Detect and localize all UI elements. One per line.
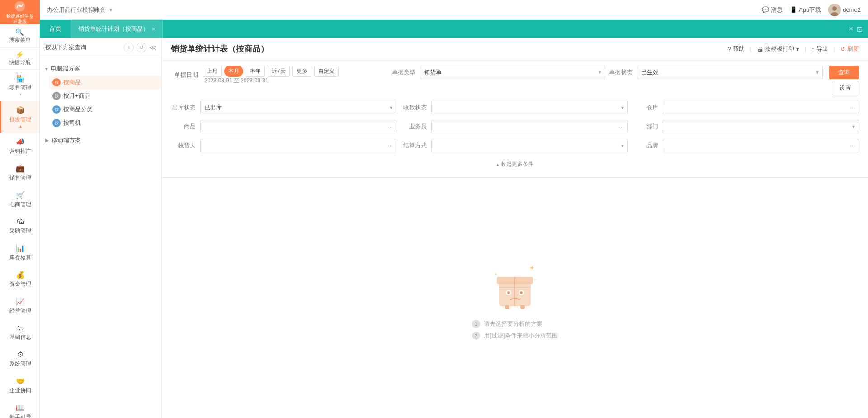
sep2: |: [805, 46, 806, 52]
sidebar-item-finance[interactable]: 💰 资金管理: [0, 266, 39, 293]
date-btn-custom[interactable]: 自定义: [314, 66, 339, 77]
date-label: 单据日期: [171, 71, 203, 79]
sidebar-item-guide[interactable]: 📖 新手引导: [0, 399, 39, 418]
add-scheme-btn[interactable]: +: [124, 43, 134, 52]
stock-status-arrow: ▾: [390, 104, 392, 111]
print-btn[interactable]: 🖨 按模板打印 ▾: [757, 45, 799, 53]
main-area: 办公用品行业模拟账套 ▾ 💬 消息 📱 App下载 de: [40, 0, 868, 418]
collapse-label: 收起更多条件: [501, 161, 533, 168]
sales-icon: 💼: [16, 164, 25, 173]
app-logo-text: 畅捷通好生意: [6, 14, 33, 19]
by-month-goods-label: 按月+商品: [63, 92, 90, 100]
left-panel-actions: + ↺ ≪: [124, 43, 156, 52]
refresh-label: 刷新: [847, 45, 859, 53]
by-driver-icon: 按: [52, 119, 61, 127]
salesman-input[interactable]: ···: [431, 120, 627, 133]
payment-status-select[interactable]: ▾: [431, 101, 627, 114]
export-btn[interactable]: ↑ 导出: [811, 45, 828, 53]
message-btn[interactable]: 💬 消息: [762, 6, 783, 14]
date-btn-7days[interactable]: 近7天: [268, 66, 290, 77]
svg-text:✦: ✦: [529, 264, 535, 271]
tab-active-label: 销货单统计计划（按商品）: [78, 25, 149, 33]
quick-nav[interactable]: ⚡ 快捷导航: [0, 48, 39, 70]
settlement-arrow: ▾: [621, 142, 624, 149]
marketing-icon: 📣: [16, 138, 25, 146]
refresh-scheme-btn[interactable]: ↺: [137, 43, 146, 52]
tab-maximize-btn[interactable]: ⊡: [857, 25, 863, 33]
help-btn[interactable]: ? 帮助: [728, 45, 745, 53]
tree-child-by-driver[interactable]: 按 按司机: [49, 116, 161, 130]
sidebar-item-purchase[interactable]: 🛍 采购管理: [0, 213, 39, 239]
bill-type-filter: 单据类型 销货单 ▾: [388, 66, 606, 79]
empty-state: ✦ ✧ ✦ 1 请先选择要分析的方: [162, 178, 868, 418]
tab-active[interactable]: 销货单统计计划（按商品） ×: [71, 20, 163, 38]
app-logo[interactable]: 畅捷通好生意 标准版: [0, 0, 40, 24]
help-label: 帮助: [733, 45, 745, 53]
warehouse-label: 仓库: [633, 104, 663, 112]
consignee-dots: ···: [388, 142, 392, 149]
department-arrow: ▾: [852, 124, 855, 130]
collapse-bar[interactable]: ▴ 收起更多条件: [171, 158, 859, 171]
date-btn-this-year[interactable]: 本年: [246, 66, 265, 77]
goods-input[interactable]: ···: [200, 120, 396, 133]
tab-bar: 首页 销货单统计计划（按商品） × × ⊡: [40, 20, 868, 38]
avatar: [828, 4, 841, 16]
date-btn-last-month[interactable]: 上月: [203, 66, 222, 77]
filter-row-4: 收货人 ··· 结算方式 ▾ 品牌: [171, 139, 859, 152]
message-label: 消息: [771, 6, 783, 14]
warehouse-input[interactable]: ···: [663, 101, 859, 114]
settings-btn[interactable]: 设置: [832, 81, 859, 95]
pc-group-toggle[interactable]: ▾ 电脑端方案: [40, 62, 161, 76]
ecommerce-icon: 🛒: [16, 191, 25, 200]
user-menu[interactable]: demo2: [828, 4, 861, 16]
collapse-panel-btn[interactable]: ≪: [149, 44, 156, 51]
query-btn[interactable]: 查询: [829, 66, 859, 79]
department-select[interactable]: ▾: [663, 120, 859, 133]
basic-label: 基础信息: [9, 333, 31, 341]
print-label: 按模板打印: [765, 45, 794, 53]
system-icon: ⚙: [17, 350, 24, 359]
sidebar-item-ecommerce[interactable]: 🛒 电商管理: [0, 186, 39, 213]
sidebar-item-inventory[interactable]: 📊 库存核算: [0, 239, 39, 266]
sidebar-item-marketing[interactable]: 📣 营销推广: [0, 133, 39, 160]
tab-close-btn[interactable]: ×: [151, 25, 155, 33]
export-icon: ↑: [811, 46, 815, 52]
date-btn-more[interactable]: 更多: [292, 66, 311, 77]
sidebar-item-wholesale[interactable]: 📦 批发管理 ▴: [0, 101, 39, 133]
user-name: demo2: [843, 6, 861, 13]
mobile-group-toggle[interactable]: ▶ 移动端方案: [40, 133, 161, 147]
breadcrumb-dropdown-icon[interactable]: ▾: [109, 6, 113, 13]
by-month-goods-icon: 按: [52, 92, 61, 100]
refresh-icon: ↺: [139, 44, 144, 51]
refresh-btn[interactable]: ↺ 刷新: [840, 45, 859, 53]
bill-type-select[interactable]: 销货单 ▾: [420, 66, 606, 79]
app-download-btn[interactable]: 📱 App下载: [790, 6, 821, 14]
inventory-icon: 📊: [16, 244, 25, 252]
sidebar: 畅捷通好生意 标准版 🔍 搜索菜单 ⚡ 快捷导航 🏪 零售管理 ▾ 📦 批发管理…: [0, 0, 40, 418]
sidebar-item-operation[interactable]: 📈 经营管理: [0, 293, 39, 319]
consignee-input[interactable]: ···: [200, 139, 396, 152]
svg-text:✧: ✧: [533, 277, 537, 282]
mobile-group-label: 移动端方案: [52, 136, 81, 144]
tree-child-by-category[interactable]: 按 按商品分类: [49, 103, 161, 116]
sidebar-item-enterprise[interactable]: 🤝 企业协同: [0, 372, 39, 399]
stock-status-filter: 出库状态 已出库 ▾: [171, 101, 396, 114]
salesman-filter: 业务员 ···: [402, 120, 627, 133]
brand-input[interactable]: ···: [663, 139, 859, 152]
tree-child-by-goods[interactable]: 按 按商品: [49, 76, 161, 89]
tree-child-by-month-goods[interactable]: 按 按月+商品: [49, 89, 161, 103]
stock-status-select[interactable]: 已出库 ▾: [200, 101, 396, 114]
sidebar-item-basic[interactable]: 🗂 基础信息: [0, 319, 39, 346]
step-1-text: 请先选择要分析的方案: [484, 320, 542, 328]
sidebar-item-system[interactable]: ⚙ 系统管理: [0, 346, 39, 372]
sidebar-search[interactable]: 🔍 搜索菜单: [0, 24, 39, 48]
settlement-select[interactable]: ▾: [431, 139, 627, 152]
tab-home[interactable]: 首页: [40, 20, 71, 38]
sidebar-item-sales[interactable]: 💼 销售管理: [0, 160, 39, 186]
stock-status-value: 已出库: [204, 104, 222, 112]
sidebar-item-retail[interactable]: 🏪 零售管理 ▾: [0, 70, 39, 101]
date-btn-this-month[interactable]: 本月: [224, 66, 243, 77]
retail-icon: 🏪: [16, 74, 25, 83]
tab-minimize-btn[interactable]: ×: [849, 25, 853, 33]
bill-status-select[interactable]: 已生效 ▾: [637, 66, 823, 79]
